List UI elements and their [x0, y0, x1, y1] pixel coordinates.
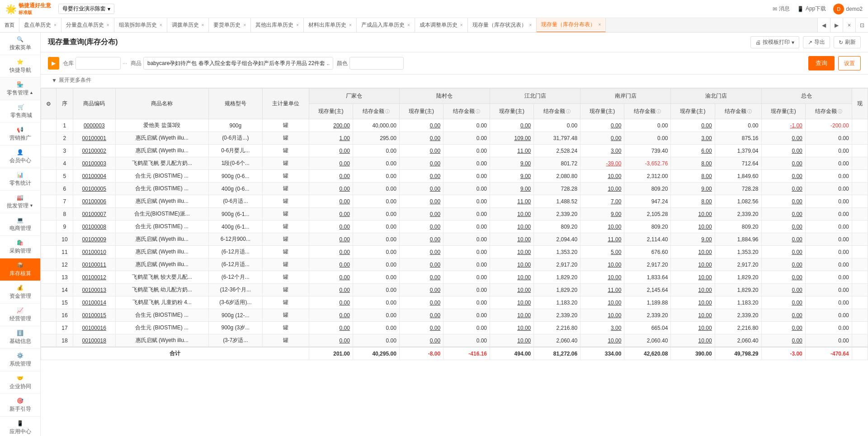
- th-settings[interactable]: ⚙: [41, 89, 57, 119]
- row-cj-cun[interactable]: 0.00: [309, 220, 353, 233]
- tab-close-all[interactable]: ×: [843, 18, 855, 33]
- row-lc-cun[interactable]: 0.00: [399, 183, 443, 195]
- row-jb-cun[interactable]: 10.00: [490, 296, 534, 309]
- row-na-cun[interactable]: 10.00: [580, 271, 624, 284]
- row-lc-cun[interactable]: 0.00: [399, 309, 443, 322]
- sidebar-item-shortcut[interactable]: ⭐ 快捷导航: [0, 55, 40, 78]
- tab-close[interactable]: ×: [160, 23, 162, 28]
- info-icon[interactable]: ⓘ: [747, 109, 752, 114]
- row-lc-cun[interactable]: 0.00: [399, 195, 443, 208]
- row-na-cun[interactable]: 0.00: [580, 132, 624, 145]
- row-na-cun[interactable]: 10.00: [580, 334, 624, 347]
- row-cj-cun[interactable]: 0.00: [309, 271, 353, 284]
- tab-close[interactable]: ×: [243, 23, 246, 28]
- row-code[interactable]: 00100010: [73, 246, 115, 258]
- row-zt-cun[interactable]: 0.00: [761, 157, 805, 170]
- row-code[interactable]: 00100008: [73, 220, 115, 233]
- selector-dropdown[interactable]: 母婴行业演示陈套 ▾: [58, 4, 114, 14]
- row-zt-cun[interactable]: 0.00: [761, 322, 805, 334]
- row-jb-cun[interactable]: 10.00: [490, 284, 534, 296]
- row-yb-cun[interactable]: 8.00: [671, 157, 715, 170]
- info-icon[interactable]: ⓘ: [476, 109, 480, 114]
- row-code[interactable]: 00100004: [73, 170, 115, 183]
- row-yb-cun[interactable]: 8.00: [671, 170, 715, 183]
- row-lc-cun[interactable]: 0.00: [399, 233, 443, 246]
- row-zt-cun[interactable]: 0.00: [761, 334, 805, 347]
- row-jb-cun[interactable]: 10.00: [490, 322, 534, 334]
- row-cj-cun[interactable]: 0.00: [309, 208, 353, 220]
- sidebar-item-system[interactable]: ⚙️ 系统管理: [0, 349, 40, 371]
- row-jb-cun[interactable]: 11.00: [490, 145, 534, 157]
- row-cj-cun[interactable]: 0.00: [309, 195, 353, 208]
- row-code[interactable]: 00100005: [73, 183, 115, 195]
- row-code[interactable]: 00100011: [73, 258, 115, 271]
- row-na-cun[interactable]: 3.00: [580, 322, 624, 334]
- sidebar-item-member[interactable]: 👤 会员中心: [0, 145, 40, 168]
- row-zt-cun[interactable]: 0.00: [761, 220, 805, 233]
- print-btn[interactable]: 🖨 按模板打印 ▾: [750, 36, 799, 48]
- sidebar-item-retail-shop[interactable]: 🛒 零售商城: [0, 100, 40, 123]
- row-na-cun[interactable]: 10.00: [580, 220, 624, 233]
- row-code[interactable]: 00100013: [73, 284, 115, 296]
- row-yb-cun[interactable]: 10.00: [671, 322, 715, 334]
- tab-zccdsh[interactable]: 组装拆卸单历史 ×: [114, 18, 167, 33]
- row-jb-cun[interactable]: 10.00: [490, 309, 534, 322]
- row-code[interactable]: 00100002: [73, 145, 115, 157]
- row-zt-cun[interactable]: 0.00: [761, 246, 805, 258]
- row-zt-cun[interactable]: 0.00: [761, 296, 805, 309]
- row-zt-cun[interactable]: 0.00: [761, 183, 805, 195]
- row-yb-cun[interactable]: 9.00: [671, 233, 715, 246]
- row-cj-cun[interactable]: 0.00: [309, 284, 353, 296]
- app-download-btn[interactable]: 📱 App下载: [797, 5, 826, 13]
- row-code[interactable]: 00100015: [73, 309, 115, 322]
- export-btn[interactable]: ↗ 导出: [803, 36, 830, 48]
- row-na-cun[interactable]: 10.00: [580, 296, 624, 309]
- row-yb-cun[interactable]: 6.00: [671, 145, 715, 157]
- info-icon[interactable]: ⓘ: [838, 109, 842, 114]
- sidebar-item-operation[interactable]: 📈 经营管理: [0, 304, 40, 326]
- expand-filter-btn[interactable]: ▶: [48, 57, 59, 70]
- tab-pddsh[interactable]: 盘点单历史 ×: [19, 18, 61, 33]
- row-yb-cun[interactable]: 10.00: [671, 296, 715, 309]
- tab-close[interactable]: ×: [529, 23, 532, 28]
- sidebar-item-apps[interactable]: 📱 应用中心: [0, 417, 40, 436]
- warehouse-input[interactable]: [75, 57, 121, 70]
- row-lc-cun[interactable]: 0.00: [399, 334, 443, 347]
- row-cj-cun[interactable]: 0.00: [309, 183, 353, 195]
- row-cj-cun[interactable]: 0.00: [309, 246, 353, 258]
- row-lc-cun[interactable]: 0.00: [399, 246, 443, 258]
- row-jb-cun[interactable]: 10.00: [490, 258, 534, 271]
- sidebar-item-basic[interactable]: ℹ️ 基础信息: [0, 326, 40, 349]
- row-zt-cun[interactable]: 0.00: [761, 208, 805, 220]
- row-lc-cun[interactable]: 0.00: [399, 145, 443, 157]
- row-lc-cun[interactable]: 0.00: [399, 322, 443, 334]
- row-zt-cun[interactable]: 0.00: [761, 258, 805, 271]
- row-lc-cun[interactable]: 0.00: [399, 258, 443, 271]
- setting-btn[interactable]: 设置: [838, 56, 861, 70]
- row-yb-cun[interactable]: 3.00: [671, 132, 715, 145]
- row-cj-cun[interactable]: 0.00: [309, 258, 353, 271]
- row-yb-cun[interactable]: 10.00: [671, 334, 715, 347]
- row-zt-cun[interactable]: -1.00: [761, 119, 805, 132]
- row-jb-cun[interactable]: 10.00: [490, 208, 534, 220]
- row-lc-cun[interactable]: 0.00: [399, 220, 443, 233]
- tab-kczt[interactable]: 现存量（库存状况表） ×: [468, 18, 537, 33]
- row-cj-cun[interactable]: 0.00: [309, 157, 353, 170]
- row-jb-cun[interactable]: 11.00: [490, 195, 534, 208]
- row-cj-cun[interactable]: 200.00: [309, 119, 353, 132]
- sidebar-item-marketing[interactable]: 📢 营销推广: [0, 123, 40, 145]
- tab-expand[interactable]: ⊡: [855, 18, 868, 33]
- row-lc-cun[interactable]: 0.00: [399, 119, 443, 132]
- sidebar-item-finance[interactable]: 💰 资金管理: [0, 281, 40, 304]
- row-code[interactable]: 00100003: [73, 157, 115, 170]
- row-jb-cun[interactable]: 10.00: [490, 271, 534, 284]
- row-lc-cun[interactable]: 0.00: [399, 157, 443, 170]
- row-na-cun[interactable]: 0.00: [580, 119, 624, 132]
- row-cj-cun[interactable]: 1.00: [309, 132, 353, 145]
- row-na-cun[interactable]: 9.00: [580, 208, 624, 220]
- query-btn[interactable]: 查询: [808, 56, 835, 70]
- row-yb-cun[interactable]: 10.00: [671, 208, 715, 220]
- row-lc-cun[interactable]: 0.00: [399, 284, 443, 296]
- row-lc-cun[interactable]: 0.00: [399, 170, 443, 183]
- row-na-cun[interactable]: -39.00: [580, 157, 624, 170]
